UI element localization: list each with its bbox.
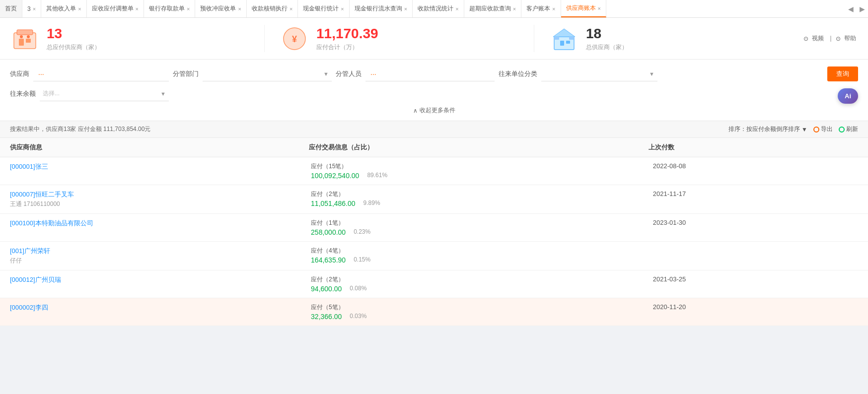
svg-rect-0 xyxy=(14,33,36,49)
col-header-transaction: 应付交易信息（占比） xyxy=(309,143,649,152)
svg-rect-2 xyxy=(19,39,24,46)
table-row: [000012]广州贝瑞 应付（2笔） 94,600.00 0.08% 2021… xyxy=(0,270,868,298)
nav-collection-stats[interactable]: 收款情况统计 × xyxy=(413,0,464,17)
trans-amount-1[interactable]: 100,092,540.00 xyxy=(311,172,359,180)
nav-prev-arrow[interactable]: ◀ xyxy=(845,5,857,13)
nav-cash-bank-flow[interactable]: 现金银行流水查询 × xyxy=(350,0,413,17)
lastpay-date-6: 2020-11-20 xyxy=(653,303,686,311)
trans-amount-5[interactable]: 94,600.00 xyxy=(311,285,342,293)
supplier-cell-3: [000100]本特勤油品有限公司 xyxy=(10,219,311,228)
stat-value-payable-total: 11,170.39 xyxy=(316,25,378,42)
collapse-icon: ∧ xyxy=(413,107,418,114)
balance-filter-label: 往来余额 xyxy=(10,89,36,98)
filter-area: 供应商 ··· 分管部门 ▼ 分管人员 ··· 往来单位分类 ▼ 查询 往来 xyxy=(0,60,868,121)
supplier-link-4[interactable]: [001]广州荣轩 xyxy=(10,247,50,255)
trans-pct-1: 89.61% xyxy=(367,172,387,180)
stat-value-total-suppliers: 18 xyxy=(586,25,628,42)
close-tab1[interactable]: × xyxy=(33,6,36,12)
nav-overdue-receivable[interactable]: 超期应收款查询 × xyxy=(464,0,521,17)
stat-label-payable-total: 应付合计（万） xyxy=(316,43,378,52)
unit-class-select-btn[interactable]: ▼ xyxy=(541,66,657,81)
person-ellipsis: ··· xyxy=(370,70,376,78)
supplier-link-2[interactable]: [000007]恒旺二手叉车 xyxy=(10,191,74,198)
svg-rect-10 xyxy=(560,41,564,46)
close-collection-stats[interactable]: × xyxy=(455,6,458,12)
trans-label-6: 应付（5笔） xyxy=(311,303,653,312)
video-icon: ⊙ xyxy=(803,35,808,42)
export-btn[interactable]: 导出 xyxy=(813,125,833,133)
supplier-link-5[interactable]: [000012]广州贝瑞 xyxy=(10,276,61,283)
filter-row-2: 往来余额 选择... ▼ xyxy=(10,86,858,101)
close-supplier-account[interactable]: × xyxy=(598,5,601,11)
table-container: 供应商信息 应付交易信息（占比） 上次付数 [000001]张三 应付（15笔）… xyxy=(0,138,868,326)
nav-supplier-account[interactable]: 供应商账本 × xyxy=(561,0,606,17)
lastpay-cell-1: 2022-08-08 xyxy=(653,162,858,170)
close-other-income[interactable]: × xyxy=(78,6,81,12)
stat-content-total-suppliers: 18 总供应商（家） xyxy=(586,25,628,52)
video-link[interactable]: 视频 xyxy=(812,34,824,43)
trans-amount-2[interactable]: 11,051,486.00 xyxy=(311,199,356,207)
close-overdue-receivable[interactable]: × xyxy=(513,6,516,12)
close-collection-verify[interactable]: × xyxy=(289,6,292,12)
supplier-cell-1: [000001]张三 xyxy=(10,162,311,171)
svg-text:¥: ¥ xyxy=(292,34,297,44)
close-cash-bank-stats[interactable]: × xyxy=(341,6,344,12)
sort-select[interactable]: 排序：按应付余额倒序排序 ▼ xyxy=(728,125,807,133)
balance-placeholder: 选择... xyxy=(43,89,60,98)
trans-amount-4[interactable]: 164,635.90 xyxy=(311,256,346,264)
lastpay-date-3: 2023-01-30 xyxy=(653,219,686,226)
balance-select-btn[interactable]: 选择... ▼ xyxy=(40,86,169,101)
nav-arrows: ◀ ▶ xyxy=(845,5,868,13)
svg-marker-9 xyxy=(553,29,575,37)
refresh-label: 刷新 xyxy=(846,125,858,133)
search-button[interactable]: 查询 xyxy=(827,66,858,81)
supplier-cell-5: [000012]广州贝瑞 xyxy=(10,275,311,284)
nav-tab1[interactable]: 3 × xyxy=(22,0,41,17)
supplier-link-3[interactable]: [000100]本特勤油品有限公司 xyxy=(10,219,93,227)
help-link[interactable]: 帮助 xyxy=(844,34,856,43)
trans-amount-6[interactable]: 32,366.00 xyxy=(311,313,342,321)
results-summary: 搜索结果中，供应商13家 应付金额 111,703,854.00元 xyxy=(10,125,150,133)
collapse-text: 收起更多条件 xyxy=(420,106,455,115)
transaction-cell-6: 应付（5笔） 32,366.00 0.03% xyxy=(311,303,653,321)
supplier-sub-2: 王通 17106110000 xyxy=(10,200,311,208)
supplier-link-6[interactable]: [000002]李四 xyxy=(10,304,48,311)
supplier-select-btn[interactable]: ··· xyxy=(33,66,169,81)
table-row: [000100]本特勤油品有限公司 应付（1笔） 258,000.00 0.23… xyxy=(0,214,868,242)
close-bank-deposit[interactable]: × xyxy=(187,6,190,12)
unit-class-filter-label: 往来单位分类 xyxy=(499,69,537,78)
nav-advance-collection[interactable]: 预收冲应收单 × xyxy=(195,0,246,17)
transaction-cell-5: 应付（2笔） 94,600.00 0.08% xyxy=(311,275,653,293)
trans-label-5: 应付（2笔） xyxy=(311,275,653,284)
trans-pct-6: 0.03% xyxy=(350,313,366,321)
nav-home[interactable]: 首页 xyxy=(0,0,22,17)
supplier-link-1[interactable]: [000001]张三 xyxy=(10,163,48,170)
person-select-btn[interactable]: ··· xyxy=(365,66,495,81)
collapse-more-conditions-btn[interactable]: ∧ 收起更多条件 xyxy=(10,106,858,115)
nav-payable-adjust[interactable]: 应收应付调整单 × xyxy=(87,0,144,17)
svg-point-4 xyxy=(20,35,23,38)
col-header-lastpay: 上次付数 xyxy=(649,143,852,152)
nav-next-arrow[interactable]: ▶ xyxy=(857,5,868,13)
results-bar: 搜索结果中，供应商13家 应付金额 111,703,854.00元 排序：按应付… xyxy=(0,121,868,138)
nav-customer-account[interactable]: 客户账本 × xyxy=(521,0,561,17)
nav-other-income[interactable]: 其他收入单 × xyxy=(41,0,86,17)
trans-amount-3[interactable]: 258,000.00 xyxy=(311,228,346,236)
supplier-ellipsis: ··· xyxy=(38,70,44,78)
close-customer-account[interactable]: × xyxy=(552,6,555,12)
close-payable-adjust[interactable]: × xyxy=(136,6,139,12)
nav-cash-bank-stats[interactable]: 现金银行统计 × xyxy=(298,0,349,17)
supplier-cell-4: [001]广州荣轩 仔仔 xyxy=(10,247,311,265)
lastpay-cell-5: 2021-03-25 xyxy=(653,275,858,283)
sort-label: 排序：按应付余额倒序排序 xyxy=(728,125,800,133)
dept-select-btn[interactable]: ▼ xyxy=(203,66,332,81)
ai-floating-button[interactable]: Ai xyxy=(838,88,858,104)
lastpay-date-1: 2022-08-08 xyxy=(653,162,686,170)
nav-collection-verify[interactable]: 收款核销执行 × xyxy=(247,0,298,17)
refresh-btn[interactable]: 刷新 xyxy=(839,125,858,133)
close-cash-bank-flow[interactable]: × xyxy=(404,6,407,12)
stat-card-payable-total: ¥ 11,170.39 应付合计（万） xyxy=(265,25,534,52)
lastpay-cell-2: 2021-11-17 xyxy=(653,190,858,197)
nav-bank-deposit[interactable]: 银行存取款单 × xyxy=(144,0,195,17)
close-advance-collection[interactable]: × xyxy=(238,6,241,12)
